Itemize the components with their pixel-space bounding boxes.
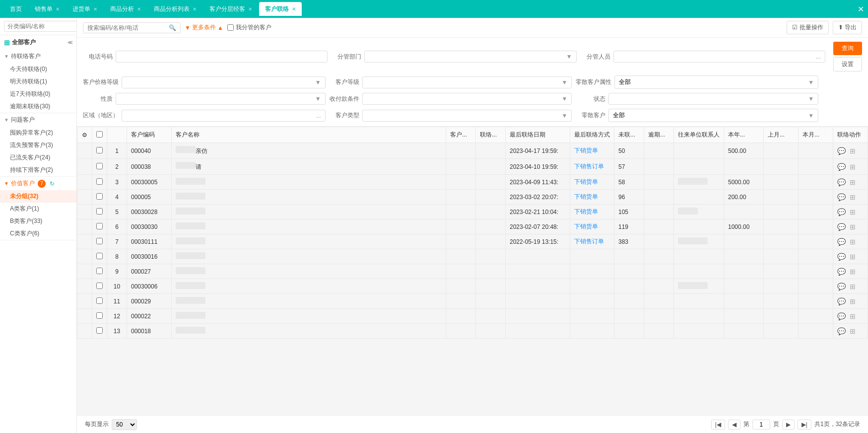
- chat-icon[interactable]: 💬: [837, 223, 846, 231]
- grid-action-icon[interactable]: ⊞: [850, 178, 856, 186]
- row-checkbox[interactable]: [96, 268, 103, 274]
- sidebar-item-lost[interactable]: 已流失客户(24): [0, 151, 76, 164]
- value-group-header[interactable]: ▼ 价值客户 7 ↻: [0, 177, 76, 190]
- filter-phone-input[interactable]: [116, 51, 328, 63]
- row-checkbox[interactable]: [96, 208, 103, 215]
- filter-region-select[interactable]: ...: [122, 110, 326, 122]
- export-button[interactable]: ⬆ 导出: [833, 21, 862, 34]
- next-page-button[interactable]: ▶: [782, 420, 795, 430]
- th-year-amount[interactable]: 本年...: [724, 127, 764, 143]
- tab-analysis[interactable]: 商品分析 ✕: [104, 2, 147, 16]
- chat-icon[interactable]: 💬: [837, 238, 846, 246]
- row-checkbox[interactable]: [96, 297, 103, 304]
- filter-customer-type-select[interactable]: ▼: [362, 110, 572, 122]
- first-page-button[interactable]: |◀: [711, 420, 725, 430]
- th-contact[interactable]: 联络...: [476, 127, 506, 143]
- sidebar-item-7days[interactable]: 近7天待联络(0): [0, 88, 76, 100]
- sidebar-item-warning[interactable]: 流失预警客户(3): [0, 139, 76, 151]
- filter-payment-select[interactable]: ▼: [362, 93, 572, 105]
- th-this-month[interactable]: 本月...: [799, 127, 833, 143]
- tab-analysis-list-close[interactable]: ✕: [193, 6, 197, 12]
- refresh-icon[interactable]: ↻: [50, 180, 55, 187]
- sidebar-item-declining[interactable]: 持续下滑客户(2): [0, 164, 76, 176]
- grid-action-icon[interactable]: ⊞: [850, 253, 856, 261]
- th-code[interactable]: 客户编码: [127, 127, 172, 143]
- my-customers-checkbox[interactable]: [227, 24, 234, 31]
- row-checkbox[interactable]: [96, 312, 103, 319]
- row-checkbox[interactable]: [96, 223, 103, 229]
- chat-icon[interactable]: 💬: [837, 178, 846, 186]
- tab-sales-close[interactable]: ✕: [56, 6, 60, 12]
- chat-icon[interactable]: 💬: [837, 283, 846, 290]
- chat-icon[interactable]: 💬: [837, 208, 846, 216]
- row-checkbox[interactable]: [96, 193, 103, 200]
- sidebar-item-unclassified[interactable]: 未分组(32): [0, 190, 76, 203]
- sidebar-item-today[interactable]: 今天待联络(0): [0, 63, 76, 75]
- last-page-button[interactable]: ▶|: [798, 420, 811, 430]
- chat-icon[interactable]: 💬: [837, 193, 846, 201]
- grid-action-icon[interactable]: ⊞: [850, 312, 856, 320]
- filter-retail-attr-select[interactable]: 全部 ▼: [614, 75, 818, 89]
- filter-manager-select[interactable]: ...: [613, 51, 825, 63]
- th-unit-contact[interactable]: 往来单位联系人: [674, 127, 724, 143]
- sidebar-item-hoarding[interactable]: 囤购异常客户(2): [0, 127, 76, 139]
- tab-customer-contact[interactable]: 客户联络 ✕: [259, 2, 302, 16]
- grid-action-icon[interactable]: ⊞: [850, 283, 856, 290]
- th-uncontact[interactable]: 未联...: [614, 127, 644, 143]
- tab-customer-tier-close[interactable]: ✕: [248, 6, 252, 12]
- chat-icon[interactable]: 💬: [837, 297, 846, 305]
- grid-action-icon[interactable]: ⊞: [850, 223, 856, 231]
- chat-icon[interactable]: 💬: [837, 327, 846, 335]
- grid-action-icon[interactable]: ⊞: [850, 268, 856, 276]
- filter-tier-select[interactable]: ▼: [362, 76, 572, 88]
- tab-analysis-close[interactable]: ✕: [137, 6, 141, 12]
- grid-action-icon[interactable]: ⊞: [850, 147, 856, 155]
- row-checkbox[interactable]: [96, 238, 103, 244]
- tab-customer-contact-close[interactable]: ✕: [292, 6, 296, 12]
- grid-action-icon[interactable]: ⊞: [850, 327, 856, 335]
- row-checkbox[interactable]: [96, 253, 103, 259]
- th-name[interactable]: 客户名称: [172, 127, 446, 143]
- grid-action-icon[interactable]: ⊞: [850, 297, 856, 305]
- tab-home[interactable]: 首页: [4, 2, 28, 16]
- chat-icon[interactable]: 💬: [837, 312, 846, 320]
- filter-dept-select[interactable]: ▼: [364, 51, 576, 63]
- more-conditions-button[interactable]: ▼ 更多条件 ▲: [185, 23, 223, 32]
- filter-search-icon[interactable]: 🔍: [169, 24, 176, 31]
- tab-purchase-close[interactable]: ✕: [93, 6, 97, 12]
- tab-sales[interactable]: 销售单 ✕: [29, 2, 66, 16]
- row-checkbox[interactable]: [96, 283, 103, 289]
- sidebar-item-class-a[interactable]: A类客户(1): [0, 203, 76, 215]
- filter-price-tier-select[interactable]: ▼: [122, 76, 326, 88]
- th-type[interactable]: 客户...: [446, 127, 476, 143]
- problem-group-header[interactable]: ▼ 问题客户: [0, 113, 76, 127]
- page-number-input[interactable]: [752, 420, 770, 430]
- grid-action-icon[interactable]: ⊞: [850, 193, 856, 201]
- filter-nature-select[interactable]: ▼: [116, 93, 326, 105]
- sidebar-search-input[interactable]: [4, 21, 77, 32]
- nav-close-icon[interactable]: ✕: [858, 4, 864, 14]
- query-button[interactable]: 查询: [833, 42, 862, 55]
- sidebar-item-tomorrow[interactable]: 明天待联络(1): [0, 75, 76, 88]
- prev-page-button[interactable]: ◀: [728, 420, 740, 430]
- per-page-select[interactable]: 50 100 200: [112, 419, 137, 430]
- th-last-contact-method[interactable]: 最后联络方式: [570, 127, 614, 143]
- chat-icon[interactable]: 💬: [837, 253, 846, 261]
- row-checkbox[interactable]: [96, 178, 103, 185]
- row-checkbox[interactable]: [96, 327, 103, 334]
- tab-analysis-list[interactable]: 商品分析列表 ✕: [148, 2, 202, 16]
- filter-status-select[interactable]: ▼: [608, 93, 818, 105]
- filter-search-input[interactable]: [87, 24, 167, 31]
- select-all-checkbox[interactable]: [96, 131, 103, 138]
- all-customers-header[interactable]: ⊞ 全部客户 ≪: [0, 35, 76, 50]
- grid-action-icon[interactable]: ⊞: [850, 163, 856, 171]
- sidebar-item-class-c[interactable]: C类客户(6): [0, 227, 76, 240]
- chat-icon[interactable]: 💬: [837, 147, 846, 155]
- th-overdue[interactable]: 逾期...: [644, 127, 674, 143]
- batch-op-button[interactable]: ☑ 批量操作: [787, 21, 828, 34]
- sidebar-item-class-b[interactable]: B类客户(33): [0, 215, 76, 227]
- tab-purchase[interactable]: 进货单 ✕: [67, 2, 103, 16]
- th-last-month[interactable]: 上月...: [764, 127, 799, 143]
- row-checkbox[interactable]: [96, 147, 103, 153]
- pending-group-header[interactable]: ▼ 待联络客户: [0, 50, 76, 63]
